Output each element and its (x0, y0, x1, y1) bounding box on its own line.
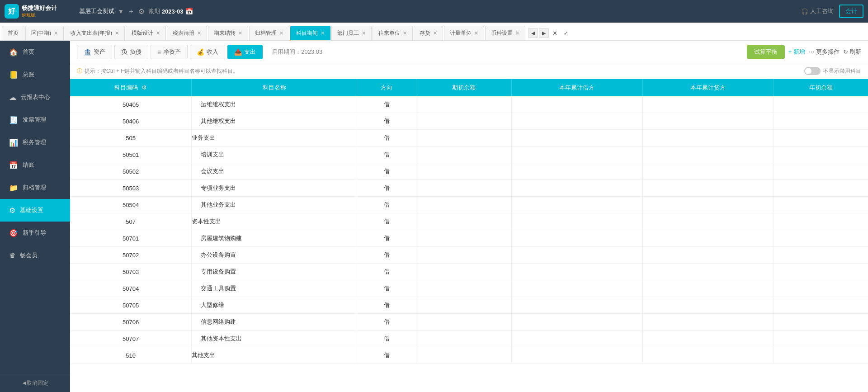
cell-year-begin[interactable] (774, 247, 868, 264)
cell-ytd-debit[interactable] (511, 197, 642, 213)
account-button[interactable]: 会计 (839, 5, 863, 18)
tab-close-template[interactable]: ✕ (156, 30, 160, 36)
tab-period-end[interactable]: 期末结转 ✕ (208, 26, 248, 40)
table-row[interactable]: 50405 运维维权支出 借 (70, 96, 868, 113)
cell-opening[interactable] (416, 163, 511, 180)
tab-close-measure[interactable]: ✕ (474, 30, 478, 36)
cell-year-begin[interactable] (774, 331, 868, 347)
cell-ytd-credit[interactable] (642, 230, 774, 247)
sidebar-item-tax[interactable]: 📊 税务管理 (0, 131, 70, 154)
cell-opening[interactable] (416, 331, 511, 347)
sub-tab-liability[interactable]: 负 负债 (114, 45, 148, 59)
sidebar-item-member[interactable]: ♛ 畅会员 (0, 244, 70, 267)
table-row[interactable]: 50406 其他维权支出 借 (70, 113, 868, 130)
tab-close-dept-emp[interactable]: ✕ (362, 30, 366, 36)
tab-income-report[interactable]: 收入支出表(年报) ✕ (65, 26, 125, 40)
cell-ytd-credit[interactable] (642, 213, 774, 230)
cell-ytd-debit[interactable] (511, 130, 642, 146)
cell-ytd-debit[interactable] (511, 280, 642, 297)
table-row[interactable]: 50703 专用设备购置 借 (70, 264, 868, 280)
sidebar-item-home[interactable]: 🏠 首页 (0, 41, 70, 63)
cell-year-begin[interactable] (774, 314, 868, 331)
cell-ytd-debit[interactable] (511, 331, 642, 347)
cell-ytd-debit[interactable] (511, 213, 642, 230)
tab-home[interactable]: 首页 (2, 26, 24, 40)
tab-bs[interactable]: 区(中期) ✕ (25, 26, 64, 40)
consult-button[interactable]: 🎧 人工咨询 (801, 7, 834, 15)
tab-close-archive[interactable]: ✕ (279, 30, 283, 36)
cell-year-begin[interactable] (774, 297, 868, 314)
add-workspace-icon[interactable]: ＋ (127, 7, 135, 16)
cell-ytd-debit[interactable] (511, 314, 642, 331)
toggle-disabled-area[interactable]: 不显示禁用科目 (804, 67, 861, 75)
table-row[interactable]: 50502 会议支出 借 (70, 163, 868, 180)
cell-year-begin[interactable] (774, 197, 868, 213)
cell-year-begin[interactable] (774, 96, 868, 113)
sidebar-item-newbie[interactable]: 🎯 新手引导 (0, 222, 70, 244)
new-button[interactable]: + 新增 (788, 48, 805, 56)
toggle-disabled-switch[interactable] (804, 67, 821, 75)
cell-ytd-credit[interactable] (642, 197, 774, 213)
cell-ytd-credit[interactable] (642, 331, 774, 347)
tab-subject-period[interactable]: 科目期初 ✕ (290, 26, 330, 40)
table-row[interactable]: 507 资本性支出 借 (70, 213, 868, 230)
cell-year-begin[interactable] (774, 280, 868, 297)
sub-tab-net-asset[interactable]: ≡ 净资产 (151, 45, 188, 59)
cell-ytd-credit[interactable] (642, 146, 774, 163)
table-row[interactable]: 50701 房屋建筑物购建 借 (70, 230, 868, 247)
table-row[interactable]: 50707 其他资本性支出 借 (70, 331, 868, 347)
sidebar-item-general[interactable]: 📒 总账 (0, 63, 70, 86)
cell-ytd-credit[interactable] (642, 280, 774, 297)
cell-ytd-credit[interactable] (642, 180, 774, 197)
cell-opening[interactable] (416, 96, 511, 113)
tab-close-tax-clear[interactable]: ✕ (197, 30, 201, 36)
sidebar-item-close[interactable]: 📅 结账 (0, 154, 70, 176)
table-row[interactable]: 50705 大型修缮 借 (70, 297, 868, 314)
cell-ytd-debit[interactable] (511, 347, 642, 364)
table-row[interactable]: 50503 专项业务支出 借 (70, 180, 868, 197)
sidebar-item-invoice[interactable]: 🧾 发票管理 (0, 109, 70, 131)
cell-opening[interactable] (416, 247, 511, 264)
cell-ytd-debit[interactable] (511, 96, 642, 113)
tab-close-income-report[interactable]: ✕ (115, 30, 119, 36)
table-row[interactable]: 50706 信息网络购建 借 (70, 314, 868, 331)
calendar-icon[interactable]: 📅 (185, 8, 193, 15)
cell-year-begin[interactable] (774, 130, 868, 146)
cell-ytd-debit[interactable] (511, 163, 642, 180)
sidebar-item-archive[interactable]: 📁 归档管理 (0, 176, 70, 199)
cell-ytd-credit[interactable] (642, 247, 774, 264)
settings-icon[interactable]: ⚙ (138, 7, 145, 16)
cell-year-begin[interactable] (774, 230, 868, 247)
cell-ytd-debit[interactable] (511, 264, 642, 280)
table-row[interactable]: 510 其他支出 借 (70, 347, 868, 364)
more-button[interactable]: ⋯ 更多操作 (809, 48, 840, 56)
tab-close-currency[interactable]: ✕ (515, 30, 519, 36)
cell-opening[interactable] (416, 197, 511, 213)
cell-ytd-credit[interactable] (642, 113, 774, 130)
workspace-dropdown-icon[interactable]: ▼ (118, 8, 124, 15)
cell-opening[interactable] (416, 280, 511, 297)
cell-ytd-credit[interactable] (642, 130, 774, 146)
sidebar-item-report[interactable]: ☁ 云报表中心 (0, 86, 70, 109)
cell-ytd-debit[interactable] (511, 146, 642, 163)
cell-ytd-debit[interactable] (511, 247, 642, 264)
cell-ytd-credit[interactable] (642, 264, 774, 280)
cell-ytd-credit[interactable] (642, 96, 774, 113)
workspace-name[interactable]: 基层工会测试 (79, 7, 114, 15)
tab-close-inventory[interactable]: ✕ (433, 30, 437, 36)
tab-close-counterpart[interactable]: ✕ (403, 30, 407, 36)
table-row[interactable]: 50504 其他业务支出 借 (70, 197, 868, 213)
cell-opening[interactable] (416, 180, 511, 197)
cell-opening[interactable] (416, 230, 511, 247)
cell-ytd-credit[interactable] (642, 163, 774, 180)
cell-year-begin[interactable] (774, 264, 868, 280)
cell-year-begin[interactable] (774, 163, 868, 180)
cell-opening[interactable] (416, 347, 511, 364)
cell-ytd-credit[interactable] (642, 347, 774, 364)
balance-button[interactable]: 试算平衡 (747, 45, 785, 59)
tab-template[interactable]: 模版设计 ✕ (126, 26, 166, 40)
cell-ytd-debit[interactable] (511, 230, 642, 247)
table-row[interactable]: 50501 培训支出 借 (70, 146, 868, 163)
table-row[interactable]: 505 业务支出 借 (70, 130, 868, 146)
cell-opening[interactable] (416, 130, 511, 146)
